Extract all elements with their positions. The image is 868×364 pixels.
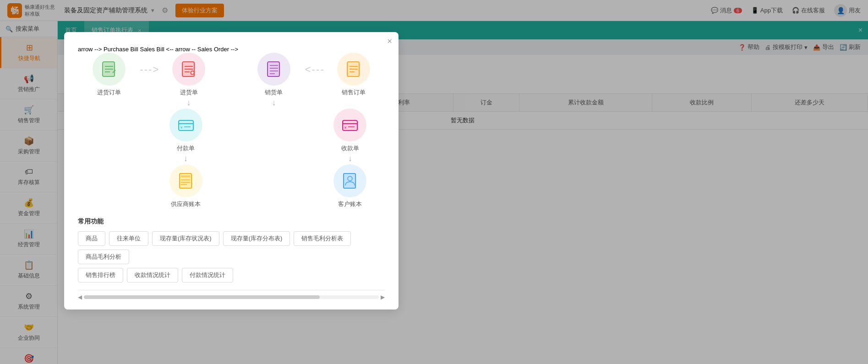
receipt-bill-label: 收款单 (341, 144, 359, 152)
func-btn-receipt-stats[interactable]: 收款情况统计 (127, 268, 178, 283)
modal-close-button[interactable]: × (387, 37, 392, 46)
purchase-bill-icon (180, 60, 198, 78)
scroll-right-icon[interactable]: ▶ (381, 294, 385, 300)
scroll-left-icon[interactable]: ◀ (78, 294, 82, 300)
supplier-account-node[interactable] (169, 164, 202, 197)
func-btn-stock-dist[interactable]: 现存量(库存分布表) (223, 231, 290, 246)
common-functions-section: 常用功能 商品 往来单位 现存量(库存状况表) 现存量(库存分布表) 销售毛利分… (78, 217, 385, 283)
svg-rect-13 (267, 62, 279, 76)
payment-bill-node[interactable]: ¥ (169, 109, 202, 141)
purchase-order-icon (100, 60, 118, 78)
func-btn-contacts[interactable]: 往来单位 (109, 231, 148, 246)
supplier-account-label: 供应商账本 (171, 200, 201, 208)
sales-bill-icon (265, 60, 283, 78)
modal-scrollbar: ◀ ▶ (78, 290, 385, 300)
func-buttons-row2: 销售排行榜 收款情况统计 付款情况统计 (78, 268, 385, 283)
common-func-title: 常用功能 (78, 217, 385, 226)
func-btn-sales-rank[interactable]: 销售排行榜 (78, 268, 123, 283)
purchase-bill-node[interactable] (172, 53, 205, 86)
func-btn-payment-stats[interactable]: 付款情况统计 (182, 268, 233, 283)
svg-text:¥: ¥ (180, 125, 183, 130)
flow-diagram: arrow --> Purchase Bill Sales Bill <-- a… (78, 46, 385, 208)
sales-order-label: 销售订单 (342, 88, 366, 97)
receipt-bill-icon: ¥ (341, 116, 359, 134)
func-btn-goods[interactable]: 商品 (78, 231, 105, 246)
purchase-bill-label: 进货单 (180, 88, 198, 97)
flow-modal: × arrow --> Purchase Bill Sales Bill <--… (64, 32, 399, 310)
sales-order-node[interactable] (337, 53, 370, 86)
payment-bill-icon: ¥ (177, 116, 195, 134)
func-buttons-row1: 商品 往来单位 现存量(库存状况表) 现存量(库存分布表) 销售毛利分析表 商品… (78, 231, 385, 264)
customer-account-label: 客户账本 (338, 200, 362, 208)
sales-order-icon (344, 60, 363, 78)
svg-text:¥: ¥ (344, 125, 347, 130)
payment-bill-label: 付款单 (177, 144, 195, 152)
purchase-order-node[interactable] (93, 53, 126, 86)
arrow-down-1: ↓ (187, 98, 191, 107)
purchase-order-label: 进货订单 (97, 88, 121, 97)
customer-account-node[interactable] (333, 164, 366, 197)
sales-bill-label: 销货单 (265, 88, 283, 97)
supplier-account-icon (177, 172, 195, 190)
sales-bill-node[interactable] (257, 53, 290, 86)
func-btn-goods-profit[interactable]: 商品毛利分析 (78, 250, 129, 264)
arrow-down-2: ↓ (272, 98, 276, 107)
arrow-down-3: ↓ (184, 154, 188, 163)
modal-overlay[interactable]: × arrow --> Purchase Bill Sales Bill <--… (0, 0, 868, 364)
scrollbar-thumb (84, 295, 320, 299)
arrow-down-4: ↓ (348, 154, 352, 163)
svg-rect-36 (181, 175, 190, 177)
scrollbar-track[interactable] (84, 295, 379, 299)
func-btn-sales-profit-analysis[interactable]: 销售毛利分析表 (294, 231, 351, 246)
customer-account-icon (341, 172, 359, 190)
receipt-bill-node[interactable]: ¥ (333, 109, 366, 141)
func-btn-stock-status[interactable]: 现存量(库存状况表) (152, 231, 219, 246)
